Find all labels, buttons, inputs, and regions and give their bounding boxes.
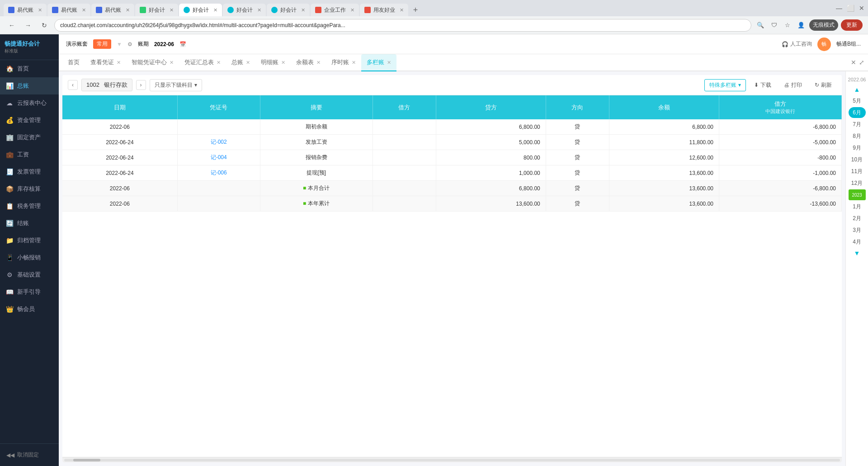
- user-avatar[interactable]: 畅: [817, 38, 831, 51]
- browser-tab-6-close[interactable]: ✕: [257, 7, 261, 13]
- maximize-icon[interactable]: ⬜: [847, 5, 854, 12]
- cal-month-2023-1[interactable]: 1月: [849, 201, 866, 212]
- browser-tab-1[interactable]: 易代账 ✕: [4, 4, 47, 16]
- browser-tab-9[interactable]: 用友好业 ✕: [360, 4, 408, 16]
- page-tab-smart-voucher-close[interactable]: ✕: [170, 60, 174, 66]
- page-tab-multi-close[interactable]: ✕: [387, 60, 391, 66]
- address-input[interactable]: [54, 19, 751, 32]
- demo-badge[interactable]: 常用: [93, 39, 111, 49]
- cal-month-5[interactable]: 5月: [849, 95, 866, 106]
- voucher-link[interactable]: 记-006: [211, 169, 227, 176]
- page-tab-voucher[interactable]: 查看凭证 ✕: [85, 54, 126, 71]
- cal-month-6[interactable]: 6月: [849, 107, 866, 118]
- horizontal-scrollbar[interactable]: [62, 457, 842, 462]
- browser-tab-5-close[interactable]: ✕: [213, 7, 217, 13]
- new-tab-button[interactable]: +: [409, 4, 422, 16]
- browser-tab-4-close[interactable]: ✕: [170, 7, 174, 13]
- sidebar-item-inventory[interactable]: 📦 库存核算: [0, 180, 59, 198]
- filter-dropdown[interactable]: 只显示下级科目 ▾: [150, 79, 202, 91]
- special-multi-button[interactable]: 特殊多栏账 ▾: [704, 79, 746, 91]
- browser-tab-2-close[interactable]: ✕: [82, 7, 86, 13]
- page-tab-voucher-close[interactable]: ✕: [117, 60, 121, 66]
- browser-tab-9-close[interactable]: ✕: [400, 7, 404, 13]
- sidebar-item-cloud-report[interactable]: ☁ 云报表中心: [0, 94, 59, 112]
- settings-gear-icon[interactable]: ⚙: [127, 41, 132, 47]
- sidebar-item-fund[interactable]: 💰 资金管理: [0, 112, 59, 129]
- collapse-icon[interactable]: ✕: [851, 59, 856, 66]
- cal-month-8[interactable]: 8月: [849, 131, 866, 141]
- cell-debit: [373, 196, 436, 212]
- shield-icon[interactable]: 🛡: [769, 20, 779, 31]
- browser-tab-6[interactable]: 好会计 ✕: [223, 4, 266, 16]
- sidebar-item-guide[interactable]: 📖 新手引导: [0, 283, 59, 301]
- page-tab-detail-ledger-close[interactable]: ✕: [281, 60, 285, 66]
- page-tab-multi[interactable]: 多栏账 ✕: [361, 54, 396, 71]
- sidebar-item-assets[interactable]: 🏢 固定资产: [0, 129, 59, 146]
- next-account-button[interactable]: ›: [136, 80, 146, 90]
- page-tab-balance-close[interactable]: ✕: [316, 60, 321, 66]
- browser-tab-7-close[interactable]: ✕: [301, 7, 305, 13]
- help-button[interactable]: 🎧 人工咨询: [782, 40, 812, 48]
- calendar-up-button[interactable]: ▲: [850, 84, 864, 95]
- forward-button[interactable]: →: [22, 19, 34, 32]
- sidebar-item-salary[interactable]: 💼 工资: [0, 146, 59, 163]
- minimize-icon[interactable]: —: [836, 5, 842, 12]
- sidebar-item-member[interactable]: 👑 畅会员: [0, 301, 59, 318]
- cal-month-12[interactable]: 12月: [849, 178, 866, 188]
- cal-month-2023-3[interactable]: 3月: [849, 225, 866, 235]
- browser-tab-8-close[interactable]: ✕: [350, 7, 354, 13]
- page-tab-detail-ledger[interactable]: 明细账 ✕: [255, 54, 291, 71]
- unpin-button[interactable]: ◀◀ 取消固定: [5, 448, 54, 461]
- page-tab-general-ledger[interactable]: 总账 ✕: [226, 54, 255, 71]
- page-tab-balance[interactable]: 余额表 ✕: [291, 54, 326, 71]
- sidebar-item-tax[interactable]: 📋 税务管理: [0, 198, 59, 215]
- calendar-icon[interactable]: 📅: [179, 41, 186, 47]
- voucher-link[interactable]: 记-002: [211, 139, 227, 145]
- prev-account-button[interactable]: ‹: [68, 80, 78, 90]
- profile-icon[interactable]: 👤: [796, 20, 807, 31]
- cal-month-2023-4[interactable]: 4月: [849, 236, 866, 247]
- browser-tab-2[interactable]: 易代账 ✕: [47, 4, 90, 16]
- reload-button[interactable]: ↻: [38, 19, 51, 32]
- expand-icon[interactable]: ⤢: [859, 59, 864, 66]
- browser-tab-5[interactable]: 好会计 ✕: [179, 4, 222, 16]
- back-button[interactable]: ←: [5, 19, 18, 32]
- cal-month-11[interactable]: 11月: [849, 166, 866, 177]
- calendar-down-button[interactable]: ▼: [850, 248, 864, 259]
- scroll-thumb[interactable]: [73, 459, 100, 461]
- sidebar-item-invoice[interactable]: 🧾 发票管理: [0, 163, 59, 180]
- star-icon[interactable]: ☆: [782, 20, 793, 31]
- refresh-button[interactable]: ↻ 刷新: [810, 80, 836, 91]
- cal-month-7[interactable]: 7月: [849, 119, 866, 130]
- sidebar-item-expense[interactable]: 📱 小畅报销: [0, 249, 59, 266]
- update-button[interactable]: 更新: [841, 19, 863, 31]
- page-tab-general-ledger-close[interactable]: ✕: [246, 60, 250, 66]
- page-tab-summary[interactable]: 凭证汇总表 ✕: [179, 54, 226, 71]
- sidebar-item-close[interactable]: 🔄 结账: [0, 215, 59, 232]
- page-tab-journal[interactable]: 序时账 ✕: [326, 54, 361, 71]
- voucher-link[interactable]: 记-004: [211, 154, 227, 160]
- incognito-button[interactable]: 无痕模式: [809, 19, 838, 31]
- page-tab-smart-voucher[interactable]: 智能凭证中心 ✕: [126, 54, 179, 71]
- print-button[interactable]: 🖨 打印: [779, 80, 807, 91]
- browser-tab-3-close[interactable]: ✕: [126, 7, 130, 13]
- browser-tab-1-close[interactable]: ✕: [38, 7, 42, 13]
- browser-tab-3[interactable]: 易代账 ✕: [91, 4, 134, 16]
- page-tab-home[interactable]: 首页: [62, 54, 85, 71]
- search-icon[interactable]: 🔍: [755, 20, 766, 31]
- cal-month-2023-2[interactable]: 2月: [849, 213, 866, 224]
- sidebar-item-settings[interactable]: ⚙ 基础设置: [0, 266, 59, 283]
- page-tab-journal-close[interactable]: ✕: [352, 60, 356, 66]
- page-tab-summary-close[interactable]: ✕: [217, 60, 221, 66]
- browser-tab-7[interactable]: 好会计 ✕: [267, 4, 310, 16]
- browser-tab-4[interactable]: 好会计 ✕: [135, 4, 178, 16]
- browser-tab-8[interactable]: 企业工作 ✕: [311, 4, 359, 16]
- cal-month-10[interactable]: 10月: [849, 154, 866, 165]
- sidebar-item-ledger[interactable]: 📊 总账: [0, 77, 59, 94]
- cal-month-9[interactable]: 9月: [849, 142, 866, 153]
- sidebar-item-archive[interactable]: 📁 归档管理: [0, 232, 59, 249]
- sidebar-item-home[interactable]: 🏠 首页: [0, 60, 59, 77]
- close-icon[interactable]: ✕: [859, 5, 864, 12]
- page-tab-general-ledger-label: 总账: [231, 58, 243, 66]
- download-button[interactable]: ⬇ 下载: [750, 80, 776, 91]
